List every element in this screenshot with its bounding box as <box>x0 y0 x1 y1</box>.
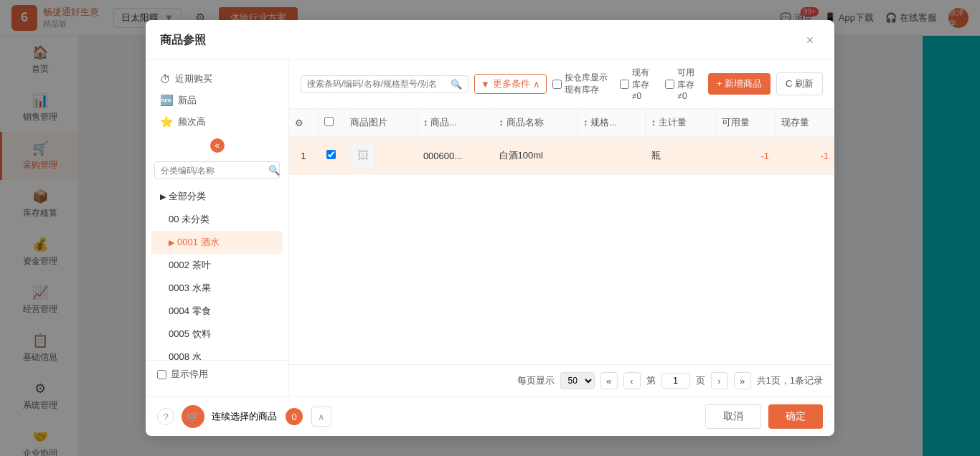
category-beverage[interactable]: 0005 饮料 <box>151 323 283 346</box>
category-water[interactable]: 0008 水 <box>151 346 283 360</box>
category-fruit[interactable]: 0003 水果 <box>151 277 283 300</box>
more-filters-button[interactable]: ▼ 更多条件 ∧ <box>474 74 547 94</box>
continuous-select-label: 连续选择的商品 <box>212 410 277 423</box>
product-table: ⚙ 商品图片 ↕ 商品... ↕ 商品名称 <box>289 109 834 175</box>
warehouse-stock-checkbox[interactable]: 按仓库显示现有库存 <box>552 72 611 96</box>
category-all[interactable]: ▶ 全部分类 <box>151 185 283 208</box>
category-search: 🔍 <box>154 161 280 179</box>
search-submit-icon[interactable]: 🔍 <box>451 79 462 90</box>
col-settings[interactable]: ⚙ <box>289 109 318 137</box>
active-expand-icon: ▶ <box>169 238 174 247</box>
collapse-cart-button[interactable]: ∧ <box>311 407 331 427</box>
cart-icon: 🛒 <box>182 405 204 428</box>
col-stock: 现存量 <box>776 109 834 137</box>
category-tea[interactable]: 0002 茶叶 <box>151 254 283 277</box>
dialog-header: 商品参照 × <box>146 20 834 60</box>
category-list: ▶ 全部分类 00 未分类 ▶ 0001 酒水 0002 茶叶 0003 水果 <box>146 185 288 360</box>
category-search-input[interactable] <box>161 166 268 176</box>
toolbar: 🔍 ▼ 更多条件 ∧ 按仓库显示现有库存 现 <box>289 60 834 109</box>
recent-icon: ⏱ <box>160 73 171 85</box>
chevron-up-icon: ∧ <box>318 412 325 422</box>
row-available: -1 <box>715 137 775 175</box>
quick-new[interactable]: 🆕 新品 <box>154 90 280 111</box>
expand-icon: ▶ <box>160 192 166 201</box>
product-reference-dialog: 商品参照 × ⏱ 近期购买 🆕 新品 ⭐ <box>146 20 834 436</box>
category-uncategorized[interactable]: 00 未分类 <box>151 208 283 231</box>
frequent-icon: ⭐ <box>160 115 174 128</box>
cart-area: 连续选择的商品 0 ∧ <box>212 407 698 427</box>
new-icon: 🆕 <box>160 94 174 107</box>
page-size-select[interactable]: 50 <box>560 372 595 389</box>
last-page-button[interactable]: » <box>734 372 751 389</box>
selected-count-badge: 0 <box>286 408 303 425</box>
row-checkbox[interactable] <box>326 150 336 159</box>
product-table-container: ⚙ 商品图片 ↕ 商品... ↕ 商品名称 <box>289 109 834 364</box>
quick-access: ⏱ 近期购买 🆕 新品 ⭐ 频次高 <box>146 68 288 133</box>
col-spec[interactable]: ↕ 规格... <box>577 109 645 137</box>
col-available: 可用量 <box>715 109 775 137</box>
nonzero-stock-checkbox[interactable]: 现有库存≠0 <box>620 67 656 101</box>
dialog-footer: ? 🛒 连续选择的商品 0 ∧ 取消 确定 <box>146 396 834 436</box>
product-thumbnail: 🖼 <box>350 143 376 168</box>
category-panel: ⏱ 近期购买 🆕 新品 ⭐ 频次高 « <box>146 60 289 396</box>
dialog-title: 商品参照 <box>160 33 206 48</box>
col-unit[interactable]: ↕ 主计量 <box>645 109 715 137</box>
row-unit: 瓶 <box>645 137 715 175</box>
col-image: 商品图片 <box>344 109 417 137</box>
refresh-button[interactable]: C 刷新 <box>776 72 823 95</box>
pagination-area: 每页显示 50 « ‹ 第 页 › » 共1页，1条记录 <box>289 364 834 396</box>
quick-recent[interactable]: ⏱ 近期购买 <box>154 68 280 90</box>
show-disabled-area[interactable]: 显示停用 <box>146 360 288 388</box>
page-number-input[interactable] <box>661 373 690 389</box>
col-name[interactable]: ↕ 商品名称 <box>493 109 577 137</box>
product-search-box: 🔍 <box>301 75 468 93</box>
row-image: 🖼 <box>344 137 417 175</box>
confirm-button[interactable]: 确定 <box>768 404 823 429</box>
chevron-up-icon: ∧ <box>533 79 540 90</box>
right-content-panel: 🔍 ▼ 更多条件 ∧ 按仓库显示现有库存 现 <box>289 60 834 396</box>
row-index: 1 <box>289 137 318 175</box>
dialog-body: ⏱ 近期购买 🆕 新品 ⭐ 频次高 « <box>146 60 834 396</box>
select-all-checkbox[interactable] <box>324 117 334 126</box>
quick-frequent[interactable]: ⭐ 频次高 <box>154 111 280 133</box>
row-spec <box>577 137 645 175</box>
help-button[interactable]: ? <box>157 408 174 425</box>
image-placeholder-icon: 🖼 <box>357 149 369 162</box>
dialog-close-button[interactable]: × <box>800 30 820 50</box>
prev-page-button[interactable]: ‹ <box>623 372 641 389</box>
show-disabled-checkbox[interactable] <box>157 370 166 379</box>
filter-checkboxes: 按仓库显示现有库存 现有库存≠0 可用库存≠0 <box>552 67 702 101</box>
dialog-overlay: 商品参照 × ⏱ 近期购买 🆕 新品 ⭐ <box>0 0 980 456</box>
add-product-button[interactable]: + 新增商品 <box>708 73 771 95</box>
first-page-button[interactable]: « <box>600 372 618 389</box>
cancel-button[interactable]: 取消 <box>705 404 761 429</box>
row-checkbox-cell <box>318 137 344 175</box>
collapse-panel-button[interactable]: « <box>210 138 225 153</box>
table-row[interactable]: 1 🖼 000600... 白酒100ml <box>289 137 834 175</box>
row-name: 白酒100ml <box>493 137 577 175</box>
row-stock: -1 <box>776 137 834 175</box>
category-snack[interactable]: 0004 零食 <box>151 300 283 323</box>
total-pages-info: 共1页，1条记录 <box>757 374 823 387</box>
col-select-all <box>318 109 344 137</box>
col-code[interactable]: ↕ 商品... <box>417 109 493 137</box>
next-page-button[interactable]: › <box>711 372 728 389</box>
filter-icon: ▼ <box>481 79 490 90</box>
footer-actions: 取消 确定 <box>705 404 823 429</box>
product-search-input[interactable] <box>307 79 451 89</box>
category-liquor[interactable]: ▶ 0001 酒水 <box>151 231 283 254</box>
row-code: 000600... <box>417 137 493 175</box>
search-icon: 🔍 <box>268 165 280 176</box>
available-stock-checkbox[interactable]: 可用库存≠0 <box>665 67 702 101</box>
table-header-row: ⚙ 商品图片 ↕ 商品... ↕ 商品名称 <box>289 109 834 137</box>
